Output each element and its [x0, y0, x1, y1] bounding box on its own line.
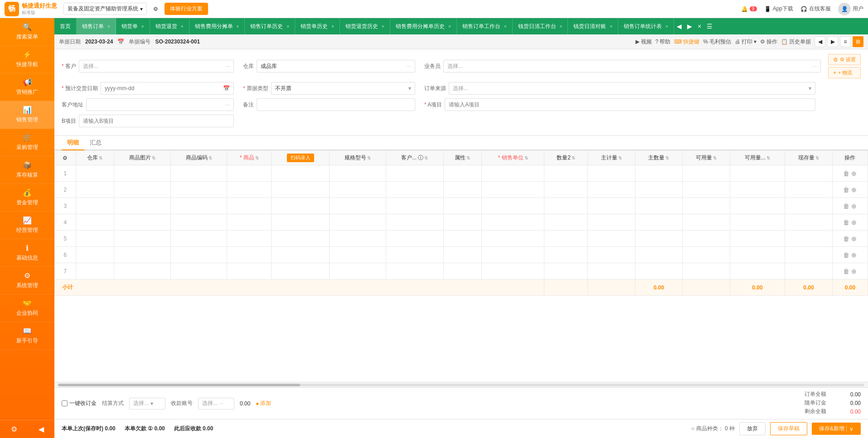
col-product-code[interactable]: 商品编码⇅ [170, 151, 227, 165]
sidebar-item-purchase[interactable]: 🛒 采购管理 [0, 129, 54, 156]
discard-btn[interactable]: 放弃 [739, 422, 766, 435]
footer-add-btn[interactable]: ● 添加 [256, 399, 271, 407]
cell-current-stock[interactable] [785, 198, 833, 214]
salesperson-input[interactable]: 选择... ··· [443, 60, 821, 72]
copy-row-icon[interactable]: ⊕ [851, 251, 857, 259]
online-service-btn[interactable]: 🎧 在线客服 [800, 5, 831, 13]
industry-btn[interactable]: 体验行业方案 [165, 3, 208, 15]
tab-home[interactable]: 首页 [54, 18, 77, 34]
cell-available[interactable] [683, 247, 730, 263]
cell-customer-info[interactable] [386, 231, 443, 247]
cell-customer-info[interactable] [386, 263, 443, 279]
tab-close-icon[interactable]: × [237, 24, 239, 29]
save-new-btn[interactable]: 保存&新增 ∨ [812, 423, 861, 435]
sidebar-item-quicknav[interactable]: ⚡ 快捷导航 [0, 46, 54, 73]
tab-prev-btn[interactable]: ◀ [674, 23, 684, 30]
cell-available[interactable] [683, 182, 730, 198]
cell-product-image[interactable] [114, 231, 171, 247]
scroll-thumb[interactable] [58, 384, 300, 386]
tab-close-icon[interactable]: × [107, 24, 110, 29]
copy-row-icon[interactable]: ⊕ [851, 186, 857, 193]
cell-customer-info[interactable] [386, 247, 443, 263]
col-product-image[interactable]: 商品图片⇅ [114, 151, 171, 165]
tab-expense-history[interactable]: 销售费用分摊单历史 × [390, 18, 457, 34]
col-warehouse[interactable]: 仓库⇅ [76, 151, 114, 165]
delete-row-icon[interactable]: 🗑 [843, 170, 849, 177]
cell-product-code[interactable] [170, 263, 227, 279]
tab-order-history[interactable]: 销售订单历史 × [245, 18, 295, 34]
delete-row-icon[interactable]: 🗑 [843, 251, 849, 259]
tab-close-icon[interactable]: × [560, 24, 563, 29]
cell-product[interactable] [227, 198, 272, 214]
cell-attribute[interactable] [443, 214, 482, 231]
col-main-unit[interactable]: 主计量⇅ [587, 151, 635, 165]
operation-btn[interactable]: ⚙ 操作 [760, 38, 777, 46]
customer-input[interactable]: 选择... ··· [79, 60, 234, 72]
sidebar-collapse-btn[interactable]: ◀ [39, 425, 44, 433]
tab-close-icon[interactable]: × [382, 24, 384, 29]
cell-available2[interactable] [730, 182, 785, 198]
cell-main-qty[interactable] [635, 182, 683, 198]
cell-warehouse[interactable] [76, 182, 114, 198]
cell-attribute[interactable] [443, 231, 482, 247]
notes-input[interactable] [257, 98, 415, 111]
cell-available2[interactable] [730, 247, 785, 263]
shortcut-btn[interactable]: ⌨ 快捷键 [674, 38, 699, 46]
cell-spec[interactable] [330, 198, 386, 214]
delete-row-icon[interactable]: 🗑 [843, 235, 849, 242]
col-spec[interactable]: 规格型号⇅ [330, 151, 386, 165]
cell-product[interactable] [227, 165, 272, 182]
tab-close-icon[interactable]: × [141, 24, 144, 29]
cell-current-stock[interactable] [785, 231, 833, 247]
col-available[interactable]: 可用量⇅ [683, 151, 730, 165]
cell-current-stock[interactable] [785, 182, 833, 198]
cell-product[interactable] [227, 247, 272, 263]
cell-main-unit[interactable] [587, 165, 635, 182]
cell-qty2[interactable] [544, 263, 588, 279]
cell-main-unit[interactable] [587, 247, 635, 263]
cell-product[interactable] [227, 231, 272, 247]
save-draft-btn[interactable]: 保存草稿 [770, 422, 807, 435]
cell-main-qty[interactable] [635, 231, 683, 247]
tab-reconcile[interactable]: 钱货日清对账 × [568, 18, 618, 34]
cell-warehouse[interactable] [76, 247, 114, 263]
delete-row-icon[interactable]: 🗑 [843, 268, 849, 275]
a-project-input[interactable] [445, 98, 815, 111]
cell-product-code[interactable] [170, 165, 227, 182]
cell-current-stock[interactable] [785, 165, 833, 182]
sidebar-item-basic[interactable]: ℹ 基础信息 [0, 239, 54, 267]
cell-available[interactable] [683, 231, 730, 247]
customer-address-input[interactable]: ··· [86, 98, 234, 111]
cell-product-image[interactable] [114, 263, 171, 279]
col-available2[interactable]: 可用量...⇅ [730, 151, 785, 165]
cell-available[interactable] [683, 263, 730, 279]
cell-qty2[interactable] [544, 165, 588, 182]
tab-return[interactable]: 销货退货 × [150, 18, 189, 34]
cell-attribute[interactable] [443, 182, 482, 198]
history-btn[interactable]: 📋 历史单据 [781, 38, 811, 46]
invoice-type-select[interactable]: 不开票 ▾ [271, 82, 415, 95]
cell-available2[interactable] [730, 165, 785, 182]
view-list-btn[interactable]: ≡ [840, 36, 851, 47]
cell-product-image[interactable] [114, 198, 171, 214]
col-attribute[interactable]: 属性⇅ [443, 151, 482, 165]
cell-spec[interactable] [330, 231, 386, 247]
cell-warehouse[interactable] [76, 165, 114, 182]
copy-row-icon[interactable]: ⊕ [851, 268, 857, 275]
calendar-btn[interactable]: 📅 [117, 39, 124, 45]
tab-menu-btn[interactable]: ☰ [704, 23, 715, 30]
cell-main-qty[interactable] [635, 263, 683, 279]
cell-product-code[interactable] [170, 214, 227, 231]
cell-available[interactable] [683, 165, 730, 182]
warehouse-input[interactable]: 成品库 ··· [257, 60, 415, 72]
cell-main-unit[interactable] [587, 214, 635, 231]
calendar-icon[interactable]: 📅 [223, 85, 230, 91]
video-btn[interactable]: ▶ 视频 [635, 38, 652, 46]
cell-product[interactable] [227, 182, 272, 198]
cell-sales-unit[interactable] [482, 214, 544, 231]
tab-close-icon[interactable]: × [610, 24, 612, 29]
delete-row-icon[interactable]: 🗑 [843, 186, 849, 193]
cell-spec[interactable] [330, 182, 386, 198]
cell-attribute[interactable] [443, 165, 482, 182]
cell-qty2[interactable] [544, 198, 588, 214]
